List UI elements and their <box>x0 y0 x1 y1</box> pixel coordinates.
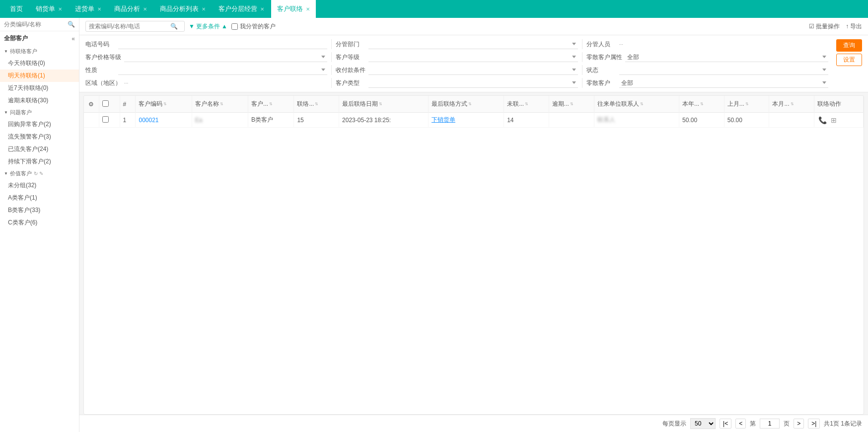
my-customers-checkbox[interactable] <box>231 23 238 30</box>
all-customers-header[interactable]: 全部客户 « <box>0 31 79 46</box>
cell-code[interactable]: 000021 <box>136 113 192 128</box>
col-settings[interactable]: ⚙ <box>84 96 99 113</box>
sidebar-item-declining[interactable]: 持续下滑客户(2) <box>0 155 79 168</box>
col-last-way[interactable]: 最后联络方式⇅ <box>428 96 504 113</box>
sidebar-item-churned[interactable]: 已流失客户(24) <box>0 143 79 155</box>
cell-checkbox <box>99 113 120 128</box>
person-more-dots[interactable]: ··· <box>619 42 623 47</box>
next-page-btn[interactable]: > <box>794 419 804 429</box>
sidebar-item-today[interactable]: 今天待联络(0) <box>0 57 79 70</box>
customer-level-select[interactable] <box>368 53 578 62</box>
retail-attr-select[interactable]: 全部 <box>625 53 828 62</box>
nav-close-purchase[interactable]: ✕ <box>97 6 101 12</box>
sidebar-search-area: 🔍 <box>0 18 79 31</box>
status-label: 状态 <box>586 66 616 74</box>
retail-customer-select[interactable]: 全部 <box>619 78 828 88</box>
cell-last-way[interactable]: 下销货单 <box>428 113 504 128</box>
area-more-dots[interactable]: ··· <box>124 80 128 86</box>
filter-actions: 查询 设置 <box>836 39 862 88</box>
filter-icon: ▼ <box>189 23 195 30</box>
col-company-contact[interactable]: 往来单位联系人⇅ <box>594 96 679 113</box>
col-name[interactable]: 客户名称⇅ <box>192 96 248 113</box>
sidebar-item-class-c[interactable]: C类客户(6) <box>0 216 79 229</box>
group-value-edit-icon[interactable]: ↻ ✎ <box>34 171 43 176</box>
nav-close-product-analysis[interactable]: ✕ <box>143 6 147 12</box>
customer-type-select[interactable] <box>368 78 578 88</box>
sidebar-search-icon[interactable]: 🔍 <box>68 21 75 28</box>
search-input[interactable] <box>89 23 168 30</box>
sidebar-search-input[interactable] <box>4 21 66 28</box>
cell-num: 1 <box>120 113 136 128</box>
payment-label: 收付款条件 <box>336 66 365 74</box>
cell-type: B类客户 <box>248 113 294 128</box>
filter-dept: 分管部门 <box>336 40 578 49</box>
col-overdue[interactable]: 逾期...⇅ <box>549 96 594 113</box>
col-code[interactable]: 客户编码⇅ <box>136 96 192 113</box>
filter-retail-attr: 零散客户属性 全部 <box>586 53 828 62</box>
price-level-select[interactable] <box>124 53 327 62</box>
search-icon[interactable]: 🔍 <box>170 23 178 30</box>
first-page-btn[interactable]: |< <box>720 419 731 429</box>
filter-panel: 电话号码 分管部门 分管人员 ··· <box>79 35 868 92</box>
more-filter-btn[interactable]: ▼ 更多条件 ▲ <box>189 22 227 31</box>
nav-item-home[interactable]: 首页 <box>4 0 29 18</box>
filter-payment: 收付款条件 <box>336 66 578 75</box>
export-btn[interactable]: ↑ 导出 <box>846 22 862 31</box>
sidebar-item-tomorrow[interactable]: 明天待联络(1) <box>0 70 79 82</box>
nav-item-sales[interactable]: 销货单 ✕ <box>30 0 68 18</box>
gear-icon[interactable]: ⚙ <box>88 101 94 108</box>
nav-close-customer-contact[interactable]: ✕ <box>306 6 310 12</box>
row-checkbox[interactable] <box>102 116 109 123</box>
payment-select[interactable] <box>368 66 578 75</box>
total-info: 共1页 1条记录 <box>824 420 862 428</box>
col-last-month[interactable]: 上月...⇅ <box>724 96 769 113</box>
cell-contact: 15 <box>294 113 339 128</box>
toolbar-right: ☑ 批量操作 ↑ 导出 <box>809 22 862 31</box>
row-action-contact-icon[interactable]: 📞 <box>818 116 827 124</box>
nav-item-customer-contact[interactable]: 客户联络 ✕ <box>271 0 316 18</box>
status-select[interactable] <box>619 66 828 75</box>
retail-attr-label: 零散客户属性 <box>586 53 622 62</box>
nav-item-purchase[interactable]: 进货单 ✕ <box>69 0 107 18</box>
sidebar-item-churn-warning[interactable]: 流失预警客户(3) <box>0 131 79 143</box>
nature-select[interactable] <box>118 66 327 75</box>
row-action-more-icon[interactable]: ⊞ <box>831 116 837 124</box>
cell-no-contact: 14 <box>504 113 549 128</box>
nav-close-customer-tier[interactable]: ✕ <box>260 6 264 12</box>
group-problem-customers[interactable]: 问题客户 <box>0 107 79 118</box>
group-value-customers[interactable]: 价值客户 ↻ ✎ <box>0 168 79 179</box>
sidebar-item-7days[interactable]: 近7天待联络(0) <box>0 82 79 94</box>
col-contact[interactable]: 联络...⇅ <box>294 96 339 113</box>
per-page-select[interactable]: 50 100 200 <box>690 418 716 429</box>
sidebar-item-ungrouped[interactable]: 未分组(32) <box>0 179 79 192</box>
nav-item-product-analysis[interactable]: 商品分析 ✕ <box>108 0 153 18</box>
nav-item-customer-tier[interactable]: 客户分层经营 ✕ <box>213 0 270 18</box>
dept-select[interactable] <box>368 40 578 49</box>
my-customers-checkbox-label[interactable]: 我分管的客户 <box>231 22 276 31</box>
group-pending-contact[interactable]: 待联络客户 <box>0 46 79 57</box>
col-type[interactable]: 客户...⇅ <box>248 96 294 113</box>
cell-actions: 📞 ⊞ <box>814 113 864 128</box>
nav-item-product-list[interactable]: 商品分析列表 ✕ <box>154 0 212 18</box>
query-button[interactable]: 查询 <box>836 39 862 52</box>
sidebar-item-overdue[interactable]: 逾期未联络(30) <box>0 94 79 107</box>
batch-ops-btn[interactable]: ☑ 批量操作 <box>809 22 840 31</box>
col-this-month[interactable]: 本月...⇅ <box>769 96 814 113</box>
sidebar-item-repurchase-abnormal[interactable]: 回购异常客户(2) <box>0 118 79 131</box>
col-this-year[interactable]: 本年...⇅ <box>679 96 724 113</box>
col-last-date[interactable]: 最后联络日期⇅ <box>339 96 429 113</box>
phone-input[interactable] <box>118 40 327 49</box>
col-no-contact[interactable]: 未联...⇅ <box>504 96 549 113</box>
sidebar-item-class-b[interactable]: B类客户(33) <box>0 204 79 216</box>
select-all-checkbox[interactable] <box>102 100 109 107</box>
page-number-input[interactable] <box>760 419 780 429</box>
sidebar-item-class-a[interactable]: A类客户(1) <box>0 192 79 204</box>
settings-button[interactable]: 设置 <box>836 54 862 66</box>
last-page-btn[interactable]: >| <box>808 419 820 429</box>
nav-close-product-list[interactable]: ✕ <box>202 6 206 12</box>
search-box: 🔍 <box>85 21 185 32</box>
prev-page-btn[interactable]: < <box>735 419 746 429</box>
sidebar: 🔍 全部客户 « 待联络客户 今天待联络(0) 明天待联络(1) 近7天待联络(… <box>0 18 79 432</box>
nav-close-sales[interactable]: ✕ <box>58 6 62 12</box>
cell-name: Ea <box>192 113 248 128</box>
